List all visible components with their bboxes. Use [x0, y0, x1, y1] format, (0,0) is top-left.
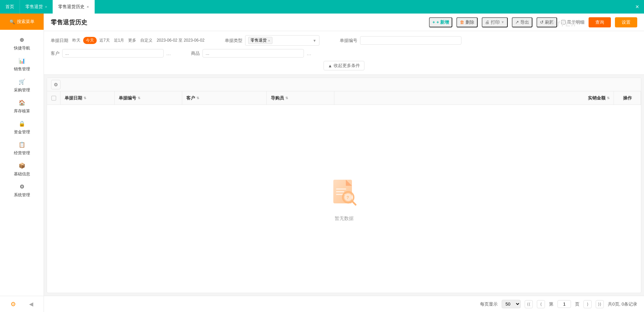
header-actions: + + 新增 🗑 删除 🖨 打印 ▼ ↗ 导出 ↺ [429, 17, 637, 27]
print-dropdown-icon: ▼ [501, 20, 504, 24]
export-icon: ↗ [515, 20, 519, 25]
svg-rect-3 [336, 191, 344, 192]
delete-button[interactable]: 🗑 删除 [456, 17, 478, 27]
tab-close-retail-return-history[interactable]: × [87, 5, 89, 9]
show-detail-label: 显示明细 [567, 19, 585, 25]
goods-input[interactable] [202, 49, 304, 58]
window-close-button[interactable]: × [630, 0, 644, 14]
voucher-type-label: 单据类型 [225, 38, 242, 44]
date-btn-today[interactable]: 今天 [83, 37, 97, 44]
tab-retail-return-history[interactable]: 零售退货历史× [53, 0, 94, 14]
voucher-no-filter: 单据编号 [340, 36, 461, 45]
th-guide-label: 导购员 [271, 95, 284, 101]
pagination-bar: 每页显示 50 10 20 100 ⟨⟨ ⟨ 第 页 ⟩ ⟩⟩ 共0页, 0条记… [44, 296, 644, 312]
sidebar-item-purchase-mgmt[interactable]: 🛒 采购管理 [2, 75, 42, 95]
date-filter-buttons: 昨天 今天 近7天 近1月 更多 自定义 [71, 37, 154, 44]
date-btn-more[interactable]: 更多 [127, 37, 138, 44]
settings-button[interactable]: 设置 [615, 17, 637, 27]
th-customer[interactable]: 客户 ⇅ [182, 91, 267, 105]
tab-label-home: 首页 [5, 4, 14, 10]
date-btn-yesterday[interactable]: 昨天 [71, 37, 82, 44]
new-button[interactable]: + + 新增 [429, 17, 452, 27]
collapse-label: 收起更多条件 [334, 63, 360, 69]
page-last-button[interactable]: ⟩⟩ [596, 300, 604, 308]
export-button[interactable]: ↗ 导出 [512, 17, 532, 27]
date-btn-1month[interactable]: 近1月 [113, 37, 126, 44]
show-detail-checkbox[interactable] [561, 20, 566, 24]
filter-collapse-area: ▲ 收起更多条件 [51, 61, 637, 70]
th-no[interactable]: 单据编号 ⇅ [115, 91, 182, 105]
date-range-display: 2023-06-02 至 2023-06-02 [157, 38, 204, 43]
sidebar-item-finance[interactable]: 🔒 资金管理 [2, 117, 42, 137]
table-column-settings-icon[interactable]: ⚙ [51, 80, 61, 89]
new-icon: + [432, 20, 435, 25]
filter-row-2: 客户 ... 商品 ... [51, 49, 637, 58]
sidebar-item-basic-info[interactable]: 📦 基础信息 [2, 159, 42, 179]
tab-label-retail-return-history: 零售退货历史 [58, 4, 85, 10]
table-toolbar: ⚙ [47, 78, 641, 91]
refresh-button[interactable]: ↺ 刷新 [536, 17, 557, 27]
print-button[interactable]: 🖨 打印 ▼ [482, 17, 508, 27]
sidebar-search[interactable]: 🔍 搜索菜单 [0, 14, 44, 30]
print-icon: 🖨 [485, 20, 490, 25]
top-bar: 首页零售退货×零售退货历史× × [0, 0, 644, 14]
collapse-icon: ▲ [328, 63, 332, 68]
customer-dots: ... [166, 50, 171, 57]
date-btn-7days[interactable]: 近7天 [98, 37, 111, 44]
sidebar-label-finance: 资金管理 [14, 129, 30, 135]
refresh-icon: ↺ [540, 20, 544, 25]
customer-label: 客户 [51, 50, 59, 57]
page-prev-button[interactable]: ⟨ [537, 300, 545, 308]
query-button[interactable]: 查询 [589, 17, 611, 27]
th-customer-label: 客户 [186, 95, 195, 101]
sidebar-icon-quick-nav: ⊕ [18, 36, 26, 44]
sidebar-icon-sales-mgmt: 📊 [18, 57, 26, 65]
tab-retail-return[interactable]: 零售退货× [20, 0, 53, 14]
sidebar-collapse-icon[interactable]: ◀ [29, 301, 33, 307]
th-guide-sort: ⇅ [285, 96, 288, 100]
page-first-button[interactable]: ⟨⟨ [525, 300, 533, 308]
sidebar-item-operations[interactable]: 📋 经营管理 [2, 138, 42, 158]
tab-home[interactable]: 首页 [0, 0, 20, 14]
sidebar-item-sales-mgmt[interactable]: 📊 销售管理 [2, 54, 42, 74]
sidebar-item-system-mgmt[interactable]: ⚙ 系统管理 [2, 180, 42, 200]
page-size-select[interactable]: 50 10 20 100 [502, 300, 521, 308]
sidebar-nav: ⊕ 快捷导航 📊 销售管理 🛒 采购管理 🏠 库存核算 🔒 资金管理 📋 经营管… [0, 30, 44, 296]
voucher-no-input[interactable] [360, 36, 461, 45]
search-icon: 🔍 [9, 19, 15, 24]
page-next-button[interactable]: ⟩ [583, 300, 592, 308]
sidebar-settings-icon[interactable]: ⚙ [10, 300, 16, 308]
th-checkbox [47, 91, 61, 105]
tab-close-retail-return[interactable]: × [45, 5, 47, 9]
sidebar-item-inventory[interactable]: 🏠 库存核算 [2, 96, 42, 116]
sidebar-icon-operations: 📋 [18, 141, 26, 149]
page-number-input[interactable] [557, 300, 571, 308]
th-guide[interactable]: 导购员 ⇅ [267, 91, 334, 105]
content-area: 零售退货历史 + + 新增 🗑 删除 🖨 打印 ▼ ↗ 导出 [44, 14, 644, 312]
filter-row-1: 单据日期 昨天 今天 近7天 近1月 更多 自定义 2023-06-02 至 2… [51, 35, 637, 46]
page-header: 零售退货历史 + + 新增 🗑 删除 🖨 打印 ▼ ↗ 导出 [44, 14, 644, 31]
voucher-type-tag-close[interactable]: × [268, 39, 270, 43]
svg-rect-2 [336, 188, 346, 190]
filter-area: 单据日期 昨天 今天 近7天 近1月 更多 自定义 2023-06-02 至 2… [44, 31, 644, 75]
th-date[interactable]: 单据日期 ⇅ [61, 91, 115, 105]
customer-input[interactable] [62, 49, 164, 58]
show-detail-checkbox-label[interactable]: 显示明细 [561, 19, 585, 25]
th-date-sort: ⇅ [84, 96, 86, 100]
tab-label-retail-return: 零售退货 [25, 4, 43, 10]
voucher-type-tag: 零售退货 × [248, 37, 272, 44]
main-layout: 🔍 搜索菜单 ⊕ 快捷导航 📊 销售管理 🛒 采购管理 🏠 库存核算 🔒 资金管… [0, 14, 644, 312]
sidebar-label-quick-nav: 快捷导航 [14, 45, 30, 51]
sidebar-label-basic-info: 基础信息 [14, 171, 30, 177]
collapse-button[interactable]: ▲ 收起更多条件 [324, 61, 364, 70]
voucher-type-filter: 单据类型 零售退货 × ▼ [225, 35, 319, 46]
empty-icon: ? [327, 176, 361, 210]
sidebar: 🔍 搜索菜单 ⊕ 快捷导航 📊 销售管理 🛒 采购管理 🏠 库存核算 🔒 资金管… [0, 14, 44, 312]
sidebar-icon-inventory: 🏠 [18, 99, 26, 107]
sidebar-item-quick-nav[interactable]: ⊕ 快捷导航 [2, 33, 42, 53]
header-checkbox[interactable] [51, 96, 56, 101]
th-amount[interactable]: 实销金额 ⇅ [334, 91, 614, 105]
date-btn-custom[interactable]: 自定义 [139, 37, 154, 44]
voucher-type-select[interactable]: 零售退货 × ▼ [245, 35, 319, 46]
empty-state: ? 暂无数据 [47, 105, 641, 293]
